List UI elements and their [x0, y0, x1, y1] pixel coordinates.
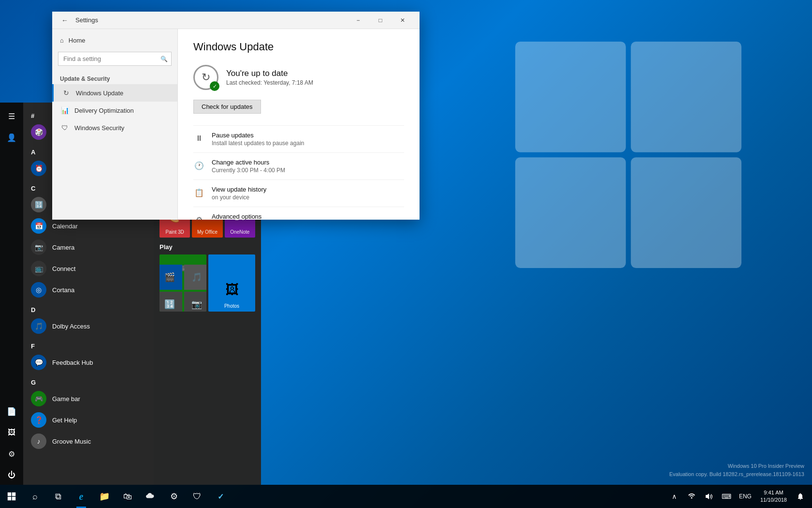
update-status-subtitle: Last checked: Yesterday, 7:18 AM: [226, 79, 313, 86]
update-status-title: You're up to date: [226, 69, 313, 78]
search-icon: 🔍: [160, 56, 168, 62]
app-icon-calendar: 📅: [31, 218, 46, 234]
taskbar-defender-button[interactable]: 🛡: [186, 485, 209, 508]
list-item[interactable]: ◎ Cortana: [23, 279, 154, 300]
taskbar-todo-button[interactable]: ✓: [209, 485, 232, 508]
nav-item-delivery-optimization[interactable]: 📊 Delivery Optimization: [52, 102, 177, 119]
app-icon-connect: 📺: [31, 261, 46, 276]
section-d: D: [23, 304, 154, 315]
minimize-button[interactable]: −: [347, 12, 369, 29]
nav-item-windows-security[interactable]: 🛡 Windows Security: [52, 119, 177, 136]
taskbar-task-view-button[interactable]: ⧉: [46, 485, 70, 508]
play-section-label: Play: [160, 243, 255, 251]
power-button[interactable]: ⏻: [2, 465, 21, 485]
check-for-updates-button[interactable]: Check for updates: [193, 100, 261, 114]
app-label: Get Help: [52, 417, 77, 424]
nav-home[interactable]: ⌂ Home: [52, 33, 177, 48]
taskbar-search-button[interactable]: ⌕: [23, 485, 46, 508]
taskbar: ⌕ ⧉ e 📁 🛍 ⚙ 🛡 ✓ ∧ ⌨: [0, 485, 812, 508]
window-titlebar: ← Settings − □ ✕: [52, 12, 420, 29]
list-item[interactable]: 📺 Connect: [23, 258, 154, 279]
app-icon-get-help: ❓: [31, 412, 46, 428]
app-icon-alarms: ⏰: [31, 161, 46, 176]
svg-rect-3: [631, 157, 741, 268]
svg-rect-2: [515, 157, 626, 268]
window-back-button[interactable]: ←: [58, 14, 72, 27]
update-check-badge: ✓: [210, 81, 219, 91]
list-item[interactable]: ❓ Get Help: [23, 409, 154, 431]
paint3d-tile-label: Paint 3D: [165, 229, 184, 235]
close-button[interactable]: ✕: [392, 12, 414, 29]
windows-logo-desktop: [503, 29, 754, 281]
taskbar-store-button[interactable]: 🛍: [116, 485, 139, 508]
taskbar-clock[interactable]: 9:41 AM 11/10/2018: [756, 485, 791, 508]
app-label: Groove Music: [52, 438, 91, 445]
pictures-button[interactable]: 🖼: [2, 423, 21, 442]
advanced-options-title: Advanced options: [212, 213, 261, 220]
myoffice-tile-label: My Office: [197, 229, 218, 235]
app-icon-groove: ♪: [31, 433, 46, 449]
app-icon-3d-viewer: 🎲: [31, 124, 46, 140]
home-icon: ⌂: [60, 37, 64, 44]
start-menu-left: ☰ 👤 📄 🖼 ⚙ ⏻: [0, 103, 23, 485]
active-hours-option: 🕐 Change active hours Currently 3:00 PM …: [193, 152, 404, 179]
list-item[interactable]: 📷 Camera: [23, 237, 154, 258]
history-icon: 📋: [193, 187, 205, 198]
taskbar-file-explorer-button[interactable]: 📁: [93, 485, 116, 508]
settings-content: Windows Update ↻ ✓ You're up to date Las…: [178, 29, 420, 220]
taskbar-onedrive-button[interactable]: [139, 485, 162, 508]
list-item[interactable]: 🎮 Game bar: [23, 388, 154, 409]
svg-rect-4: [8, 493, 12, 496]
svg-rect-7: [12, 497, 16, 501]
svg-rect-5: [12, 493, 16, 496]
settings-window: ← Settings − □ ✕ ⌂ Home 🔍 Update & Secur…: [52, 12, 420, 220]
app-icon-cortana: ◎: [31, 282, 46, 298]
maximize-button[interactable]: □: [369, 12, 392, 29]
pause-updates-option: ⏸ Pause updates Install latest updates t…: [193, 125, 404, 152]
app-icon-camera: 📷: [31, 239, 46, 255]
taskbar-lang-indicator[interactable]: ENG: [736, 485, 754, 508]
advanced-options-option: ⚙ Advanced options trols and settings: [193, 207, 404, 220]
list-item[interactable]: ♪ Groove Music: [23, 431, 154, 452]
list-item[interactable]: 🎵 Dolby Access: [23, 315, 154, 337]
search-input[interactable]: [58, 52, 172, 66]
user-profile-button[interactable]: 👤: [2, 128, 21, 147]
taskbar-network-icon[interactable]: [684, 485, 699, 508]
calculator-tile[interactable]: 🔢: [160, 292, 182, 312]
taskbar-notification-button[interactable]: [793, 485, 808, 508]
update-history-title: View update history: [212, 186, 266, 193]
system-info: Windows 10 Pro Insider Preview Evaluatio…: [669, 462, 804, 479]
taskbar-keyboard-icon[interactable]: ⌨: [719, 485, 734, 508]
settings-sm-button[interactable]: ⚙: [2, 444, 21, 463]
svg-rect-6: [8, 497, 12, 501]
app-label: Calendar: [52, 223, 78, 230]
taskbar-chevron-up-button[interactable]: ∧: [667, 485, 682, 508]
update-status-text: You're up to date Last checked: Yesterda…: [226, 69, 313, 86]
list-item[interactable]: 💬 Feedback Hub: [23, 352, 154, 373]
nav-section-title: Update & Security: [52, 70, 177, 84]
pause-updates-desc: Install latest updates to pause again: [212, 140, 304, 147]
taskbar-edge-button[interactable]: e: [70, 485, 93, 508]
settings-body: ⌂ Home 🔍 Update & Security ↻ Windows Upd…: [52, 29, 420, 220]
app-label: Feedback Hub: [52, 359, 93, 366]
nav-item-windows-update[interactable]: ↻ Windows Update: [52, 84, 177, 102]
update-history-option: 📋 View update history on your device: [193, 179, 404, 207]
app-label: Game bar: [52, 395, 80, 403]
taskbar-date: 11/10/2018: [760, 496, 787, 504]
camera-tile[interactable]: 📷: [184, 292, 207, 312]
app-icon-dolby: 🎵: [31, 318, 46, 334]
movies-tile[interactable]: 🎬: [160, 265, 182, 290]
groove-tile[interactable]: 🎵: [184, 265, 207, 290]
pause-updates-title: Pause updates: [212, 132, 304, 139]
taskbar-settings-button[interactable]: ⚙: [162, 485, 186, 508]
xbox-tile[interactable]: 🎮 🎬 🎵 🔢 📷: [160, 254, 206, 312]
hamburger-menu-button[interactable]: ☰: [2, 106, 21, 126]
svg-marker-9: [706, 493, 709, 499]
section-g: G: [23, 377, 154, 388]
start-button[interactable]: [0, 485, 23, 508]
photos-tile[interactable]: 🖼 Photos: [208, 254, 255, 312]
taskbar-volume-icon[interactable]: [701, 485, 717, 508]
documents-button[interactable]: 📄: [2, 402, 21, 421]
tiles-row-3: 🎮 🎬 🎵 🔢 📷 🖼 Photos: [160, 254, 255, 312]
windows-update-icon: ↻: [61, 88, 71, 98]
